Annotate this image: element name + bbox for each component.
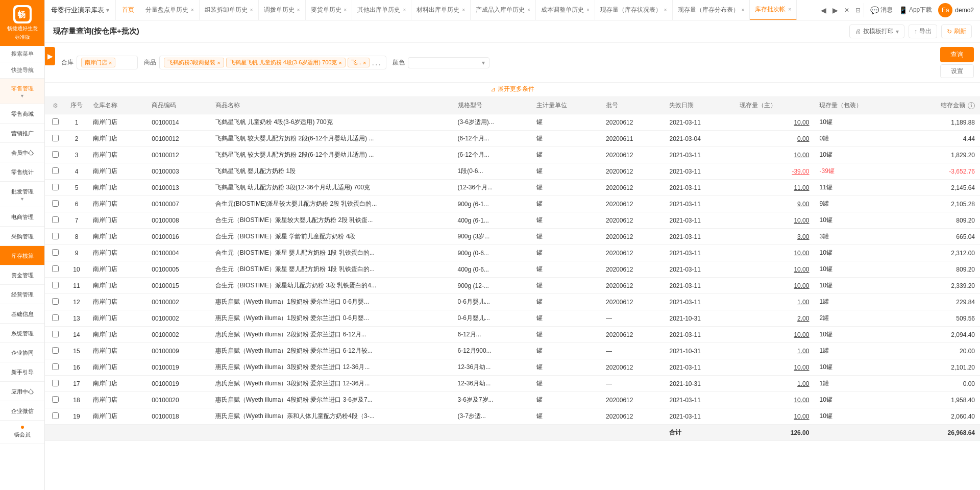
row-checkbox[interactable] xyxy=(52,249,59,256)
row-checkbox[interactable] xyxy=(52,298,59,305)
row-checkbox[interactable] xyxy=(52,167,59,174)
sidebar-item-wholesale[interactable]: 批发管理 ▼ xyxy=(0,182,44,207)
sidebar-item-retail-mgmt[interactable]: 零售管理 ▼ xyxy=(0,79,44,104)
tab-xiancun1[interactable]: 现存量（库存状况表）× xyxy=(595,0,673,20)
tab-close-icon[interactable]: × xyxy=(191,7,194,13)
row-checkbox[interactable] xyxy=(52,233,59,239)
tab-chancheng[interactable]: 产成品入库单历史× xyxy=(471,0,536,20)
color-input[interactable]: ▾ xyxy=(408,57,489,68)
row-checkbox-cell[interactable] xyxy=(45,114,65,131)
tab-close-icon[interactable]: × xyxy=(403,7,406,13)
row-checkbox-cell[interactable] xyxy=(45,376,65,392)
settings-gear-icon[interactable]: ⚙ xyxy=(53,102,58,109)
messages-btn[interactable]: 💬 消息 xyxy=(870,6,893,14)
row-checkbox-cell[interactable] xyxy=(45,196,65,212)
sidebar-item-enterprise[interactable]: 企业协同 xyxy=(0,343,44,362)
row-checkbox-cell[interactable] xyxy=(45,147,65,163)
warehouse-tag-remove[interactable]: × xyxy=(109,60,112,66)
row-checkbox[interactable] xyxy=(52,151,59,158)
tab-chengben[interactable]: 成本调整单历史× xyxy=(536,0,595,20)
row-checkbox-cell[interactable] xyxy=(45,294,65,310)
sidebar-search[interactable]: 搜索菜单 xyxy=(0,46,44,62)
sidebar-logo[interactable]: 畅 畅捷通好生意 标准版 xyxy=(0,0,44,46)
row-checkbox-cell[interactable] xyxy=(45,261,65,278)
sidebar-item-inventory[interactable]: 库存核算 xyxy=(0,246,44,265)
tab-close-icon[interactable]: × xyxy=(664,7,667,13)
row-stock-main[interactable]: 10.00 xyxy=(734,147,814,163)
row-checkbox-cell[interactable] xyxy=(45,278,65,294)
row-checkbox[interactable] xyxy=(52,282,59,288)
row-stock-main[interactable]: 10.00 xyxy=(734,261,814,278)
sidebar-nav-label[interactable]: 快捷导航 xyxy=(0,62,44,79)
expand-more-btn[interactable]: ⊿ 展开更多条件 xyxy=(491,85,534,93)
row-stock-main[interactable]: 10.00 xyxy=(734,359,814,376)
sidebar-item-ecommerce[interactable]: 电商管理 xyxy=(0,207,44,227)
product-tag-remove-1[interactable]: × xyxy=(217,60,220,66)
row-checkbox[interactable] xyxy=(52,380,59,386)
row-stock-main[interactable]: 10.00 xyxy=(734,278,814,294)
sidebar-item-enterprise-wechat[interactable]: 企业微信 xyxy=(0,401,44,421)
settings-btn[interactable]: 设置 xyxy=(940,64,974,78)
row-checkbox-cell[interactable] xyxy=(45,212,65,229)
sidebar-item-retail-shop[interactable]: 零售商城 xyxy=(0,104,44,124)
warehouse-input[interactable]: 南岸门店 × xyxy=(77,56,138,69)
app-download-btn[interactable]: 📱 App下载 xyxy=(899,6,932,14)
row-checkbox[interactable] xyxy=(52,265,59,272)
row-checkbox-cell[interactable] xyxy=(45,392,65,408)
tab-next-btn[interactable]: ▶ xyxy=(829,5,841,15)
print-btn[interactable]: 🖨 按模板打印 ▾ xyxy=(849,24,904,38)
row-stock-main[interactable]: 9.00 xyxy=(734,196,814,212)
user-area[interactable]: Ea demo2 xyxy=(938,3,974,17)
row-stock-main[interactable]: 10.00 xyxy=(734,392,814,408)
row-stock-main[interactable]: 10.00 xyxy=(734,212,814,229)
sidebar-item-vip[interactable]: 畅会员 xyxy=(0,421,44,444)
tab-close-icon[interactable]: × xyxy=(586,7,590,13)
row-stock-main[interactable]: 10.00 xyxy=(734,114,814,131)
product-tag-remove-3[interactable]: × xyxy=(363,60,366,66)
tab-maximize-btn[interactable]: ⊡ xyxy=(852,6,864,15)
header-dropdown[interactable]: 母婴行业演示库表 ▾ xyxy=(45,0,116,20)
product-more-dots[interactable]: ... xyxy=(372,58,381,67)
tab-prev-btn[interactable]: ◀ xyxy=(818,5,829,15)
query-btn[interactable]: 查询 xyxy=(940,47,974,62)
row-checkbox[interactable] xyxy=(52,314,59,321)
row-stock-main[interactable]: 0.00 xyxy=(734,131,814,147)
balance-info-icon[interactable]: ℹ xyxy=(968,102,975,109)
row-checkbox[interactable] xyxy=(52,331,59,337)
row-checkbox-cell[interactable] xyxy=(45,131,65,147)
row-checkbox-cell[interactable] xyxy=(45,408,65,425)
row-checkbox[interactable] xyxy=(52,184,59,190)
sidebar-item-new-guide[interactable]: 新手引导 xyxy=(0,362,44,382)
sidebar-item-finance[interactable]: 资金管理 xyxy=(0,265,44,285)
row-checkbox-cell[interactable] xyxy=(45,343,65,359)
row-stock-main[interactable]: 2.00 xyxy=(734,310,814,327)
row-checkbox[interactable] xyxy=(52,200,59,207)
row-stock-main[interactable]: 10.00 xyxy=(734,245,814,261)
row-checkbox[interactable] xyxy=(52,347,59,354)
tab-kucun-pici[interactable]: 库存批次帐× xyxy=(750,0,797,20)
row-stock-main[interactable]: 1.00 xyxy=(734,343,814,359)
row-stock-main[interactable]: 11.00 xyxy=(734,180,814,196)
tab-cailiao[interactable]: 材料出库单历史× xyxy=(411,0,471,20)
tab-zuzhuang[interactable]: 组装拆卸单历史× xyxy=(200,0,259,20)
tab-qita[interactable]: 其他出库单历史× xyxy=(352,0,411,20)
row-checkbox-cell[interactable] xyxy=(45,229,65,245)
tab-fenliang[interactable]: 分量盘点单历史× xyxy=(140,0,200,20)
tab-xiancun2[interactable]: 现存量（库存分布表）× xyxy=(673,0,750,20)
row-checkbox[interactable] xyxy=(52,135,59,141)
tab-diaob[interactable]: 调拨单历史× xyxy=(259,0,306,20)
tab-close-icon[interactable]: × xyxy=(742,7,745,13)
sidebar-item-operations[interactable]: 经营管理 xyxy=(0,285,44,304)
row-checkbox-cell[interactable] xyxy=(45,245,65,261)
tab-home[interactable]: 首页 xyxy=(116,6,140,14)
row-stock-main[interactable]: 10.00 xyxy=(734,408,814,425)
row-checkbox-cell[interactable] xyxy=(45,327,65,343)
row-checkbox-cell[interactable] xyxy=(45,163,65,180)
tab-close-icon[interactable]: × xyxy=(788,7,791,12)
filter-expand-btn[interactable]: ▶ xyxy=(45,47,55,65)
tab-close-icon[interactable]: × xyxy=(297,7,300,13)
row-stock-main[interactable]: -39.00 xyxy=(734,163,814,180)
row-checkbox[interactable] xyxy=(52,396,59,403)
row-checkbox-cell[interactable] xyxy=(45,180,65,196)
row-checkbox[interactable] xyxy=(52,118,59,125)
